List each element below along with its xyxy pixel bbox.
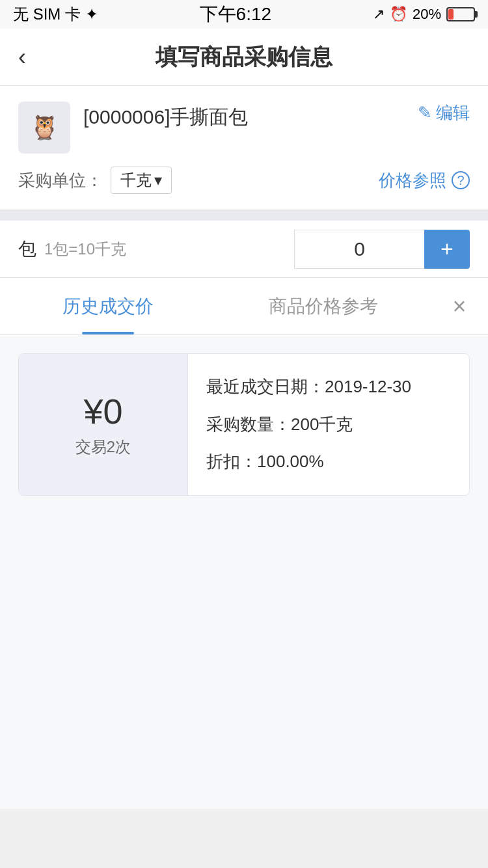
tab-price-ref-label: 商品价格参考 bbox=[269, 294, 378, 319]
qty-unit-name: 包 bbox=[18, 237, 36, 262]
purchase-qty-value: 200千克 bbox=[291, 414, 353, 434]
unit-dropdown[interactable]: 千克 ▾ bbox=[111, 167, 172, 194]
location-icon: ↗ bbox=[373, 6, 385, 23]
recent-date-value: 2019-12-30 bbox=[325, 377, 411, 396]
product-left: 🦉 [0000006]手撕面包 bbox=[18, 102, 248, 154]
history-trades-count: 交易2次 bbox=[75, 437, 131, 457]
purchase-qty-label: 采购数量： bbox=[206, 414, 291, 434]
nav-bar: ‹ 填写商品采购信息 bbox=[0, 29, 488, 86]
price-ref-label: 价格参照 bbox=[379, 169, 446, 192]
no-sim-label: 无 SIM 卡 ✦ bbox=[13, 4, 98, 25]
tab-price-ref[interactable]: 商品价格参考 bbox=[215, 278, 431, 334]
history-card: ¥0 交易2次 最近成交日期：2019-12-30 采购数量：200千克 折扣：… bbox=[18, 353, 470, 496]
tab-active-indicator bbox=[82, 332, 134, 334]
history-purchase-qty-row: 采购数量：200千克 bbox=[206, 411, 451, 439]
back-button[interactable]: ‹ bbox=[18, 44, 26, 71]
product-card: 🦉 [0000006]手撕面包 ✎ 编辑 采购单位： 千克 ▾ 价格参照 ? bbox=[0, 86, 488, 210]
tab-content: ¥0 交易2次 最近成交日期：2019-12-30 采购数量：200千克 折扣：… bbox=[0, 353, 488, 809]
help-icon: ? bbox=[452, 171, 470, 189]
alarm-icon: ⏰ bbox=[390, 6, 407, 23]
qty-controls: 0 + bbox=[294, 230, 470, 269]
history-discount-row: 折扣：100.00% bbox=[206, 448, 451, 476]
status-time: 下午6:12 bbox=[200, 2, 272, 27]
status-bar: 无 SIM 卡 ✦ 下午6:12 ↗ ⏰ 20% bbox=[0, 0, 488, 29]
discount-label: 折扣： bbox=[206, 452, 257, 471]
product-thumbnail: 🦉 bbox=[18, 102, 70, 154]
tab-close-button[interactable]: × bbox=[431, 278, 488, 335]
product-meta: 采购单位： 千克 ▾ 价格参照 ? bbox=[18, 167, 470, 194]
battery-percent: 20% bbox=[413, 6, 441, 23]
qty-plus-button[interactable]: + bbox=[424, 230, 470, 269]
status-left: 无 SIM 卡 ✦ bbox=[13, 4, 98, 25]
page-title: 填写商品采购信息 bbox=[156, 42, 332, 72]
purchase-unit: 采购单位： 千克 ▾ bbox=[18, 167, 172, 194]
purchase-unit-label: 采购单位： bbox=[18, 169, 103, 192]
recent-date-label: 最近成交日期： bbox=[206, 377, 325, 396]
qty-input[interactable]: 0 bbox=[294, 230, 424, 269]
tab-history-label: 历史成交价 bbox=[62, 294, 154, 319]
edit-button[interactable]: ✎ 编辑 bbox=[418, 102, 470, 124]
battery-icon bbox=[446, 7, 475, 21]
history-recent-date-row: 最近成交日期：2019-12-30 bbox=[206, 373, 451, 401]
product-header: 🦉 [0000006]手撕面包 ✎ 编辑 bbox=[18, 102, 470, 154]
edit-icon: ✎ bbox=[418, 103, 432, 123]
product-icon: 🦉 bbox=[30, 114, 59, 141]
edit-label: 编辑 bbox=[436, 102, 470, 124]
qty-label: 包 1包=10千克 bbox=[18, 237, 126, 262]
history-price-section: ¥0 交易2次 bbox=[19, 354, 188, 495]
quantity-row: 包 1包=10千克 0 + bbox=[0, 221, 488, 278]
tabs-panel: 历史成交价 商品价格参考 × ¥0 交易2次 最近成交日期：2019-12-30… bbox=[0, 278, 488, 809]
product-name: [0000006]手撕面包 bbox=[83, 102, 248, 131]
divider-bar bbox=[0, 210, 488, 221]
status-right: ↗ ⏰ 20% bbox=[373, 6, 475, 23]
chevron-down-icon: ▾ bbox=[154, 171, 162, 189]
qty-unit-equation: 1包=10千克 bbox=[44, 239, 126, 260]
history-price-value: ¥0 bbox=[83, 391, 122, 431]
history-details-section: 最近成交日期：2019-12-30 采购数量：200千克 折扣：100.00% bbox=[188, 354, 469, 495]
discount-value: 100.00% bbox=[257, 452, 324, 471]
unit-value: 千克 bbox=[120, 170, 152, 191]
tab-history-price[interactable]: 历史成交价 bbox=[0, 278, 215, 334]
price-ref-button[interactable]: 价格参照 ? bbox=[379, 169, 470, 192]
tabs-header: 历史成交价 商品价格参考 × bbox=[0, 278, 488, 335]
